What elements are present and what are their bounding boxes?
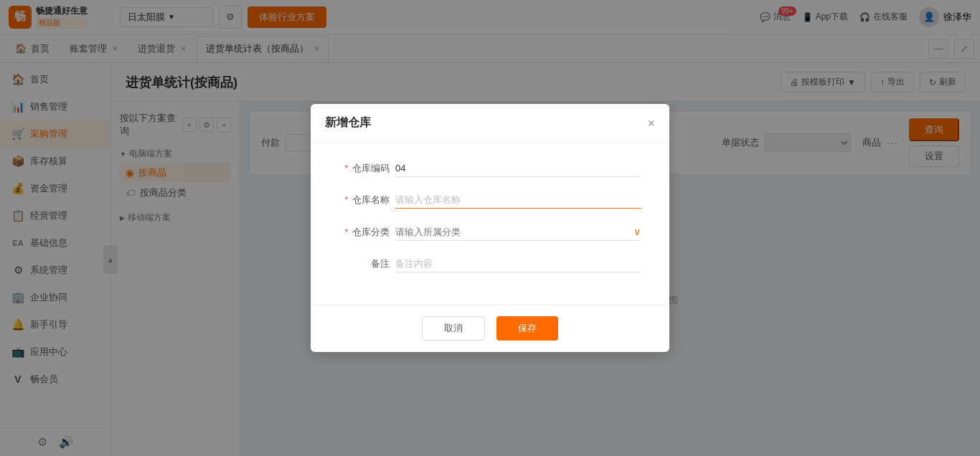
warehouse-code-input[interactable] xyxy=(395,160,641,177)
name-required-star: * xyxy=(344,194,348,205)
modal-header: 新增仓库 × xyxy=(311,104,669,143)
remark-input[interactable] xyxy=(395,255,641,272)
remark-label: 备注 xyxy=(339,257,390,270)
cancel-button[interactable]: 取消 xyxy=(422,316,485,341)
category-label: * 仓库分类 xyxy=(339,226,390,239)
category-required-star: * xyxy=(344,227,348,237)
modal-overlay[interactable]: 新增仓库 × * 仓库编码 * 仓库名称 xyxy=(0,0,980,456)
modal-close-btn[interactable]: × xyxy=(647,117,655,130)
form-row-category: * 仓库分类 ∨ xyxy=(339,223,641,241)
modal-footer: 取消 保存 xyxy=(311,304,669,352)
code-label: * 仓库编码 xyxy=(339,162,390,175)
category-input[interactable] xyxy=(395,227,633,237)
name-label: * 仓库名称 xyxy=(339,194,390,206)
category-select-row[interactable]: ∨ xyxy=(395,223,641,241)
modal-title: 新增仓库 xyxy=(325,115,371,130)
modal-new-warehouse: 新增仓库 × * 仓库编码 * 仓库名称 xyxy=(311,104,669,352)
save-button[interactable]: 保存 xyxy=(496,316,558,341)
code-required-star: * xyxy=(344,163,348,174)
form-row-name: * 仓库名称 xyxy=(339,191,641,209)
form-row-code: * 仓库编码 xyxy=(339,160,641,177)
form-row-remark: 备注 xyxy=(339,255,641,272)
modal-body: * 仓库编码 * 仓库名称 * 仓库分类 xyxy=(311,143,669,304)
warehouse-name-input[interactable] xyxy=(395,191,641,209)
category-dropdown-icon: ∨ xyxy=(633,226,641,237)
